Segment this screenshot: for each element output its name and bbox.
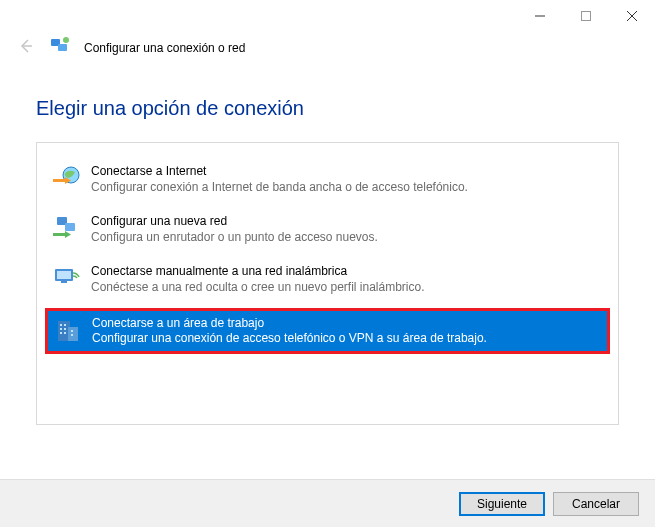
option-title: Conectarse a Internet (91, 164, 468, 180)
network-wizard-icon (50, 36, 70, 59)
svg-rect-6 (58, 44, 67, 51)
svg-rect-25 (71, 334, 73, 336)
svg-rect-23 (64, 332, 66, 334)
window-title: Configurar una conexión o red (84, 41, 245, 55)
globe-icon (51, 163, 83, 195)
cancel-button[interactable]: Cancelar (553, 492, 639, 516)
svg-rect-1 (582, 12, 591, 21)
back-arrow-icon (16, 36, 36, 59)
router-icon (51, 213, 83, 245)
svg-rect-18 (60, 324, 62, 326)
wizard-header: Configurar una conexión o red (0, 32, 655, 67)
option-desc: Configurar conexión a Internet de banda … (91, 180, 468, 196)
window-titlebar (0, 0, 655, 32)
svg-rect-9 (53, 179, 67, 182)
option-title: Configurar una nueva red (91, 214, 378, 230)
svg-rect-24 (71, 330, 73, 332)
option-title: Conectarse manualmente a una red inalámb… (91, 264, 425, 280)
option-text: Conectarse a un área de trabajo Configur… (92, 315, 487, 347)
option-desc: Configura un enrutador o un punto de acc… (91, 230, 378, 246)
svg-point-7 (63, 37, 69, 43)
monitor-wifi-icon (51, 263, 83, 295)
minimize-button[interactable] (517, 0, 563, 32)
maximize-button (563, 0, 609, 32)
option-connect-internet[interactable]: Conectarse a Internet Configurar conexió… (45, 157, 610, 201)
option-desc: Conéctese a una red oculta o cree un nue… (91, 280, 425, 296)
option-text: Conectarse a Internet Configurar conexió… (91, 163, 468, 195)
building-icon (52, 315, 84, 347)
svg-rect-14 (57, 271, 71, 279)
svg-rect-21 (64, 328, 66, 330)
svg-rect-12 (53, 233, 67, 236)
page-heading: Elegir una opción de conexión (36, 97, 619, 120)
svg-rect-11 (65, 223, 75, 231)
svg-rect-22 (60, 332, 62, 334)
option-text: Conectarse manualmente a una red inalámb… (91, 263, 425, 295)
option-desc: Configurar una conexión de acceso telefó… (92, 331, 487, 347)
close-button[interactable] (609, 0, 655, 32)
wizard-footer: Siguiente Cancelar (0, 479, 655, 527)
option-manual-wifi[interactable]: Conectarse manualmente a una red inalámb… (45, 257, 610, 301)
option-text: Configurar una nueva red Configura un en… (91, 213, 378, 245)
svg-rect-19 (64, 324, 66, 326)
svg-rect-15 (61, 281, 67, 283)
highlight-box: Conectarse a un área de trabajo Configur… (45, 308, 610, 354)
options-list: Conectarse a Internet Configurar conexió… (36, 142, 619, 425)
content-area: Elegir una opción de conexión Conectarse… (0, 67, 655, 425)
option-new-network[interactable]: Configurar una nueva red Configura un en… (45, 207, 610, 251)
next-button[interactable]: Siguiente (459, 492, 545, 516)
option-title: Conectarse a un área de trabajo (92, 316, 487, 332)
option-workplace[interactable]: Conectarse a un área de trabajo Configur… (48, 311, 607, 351)
svg-rect-20 (60, 328, 62, 330)
